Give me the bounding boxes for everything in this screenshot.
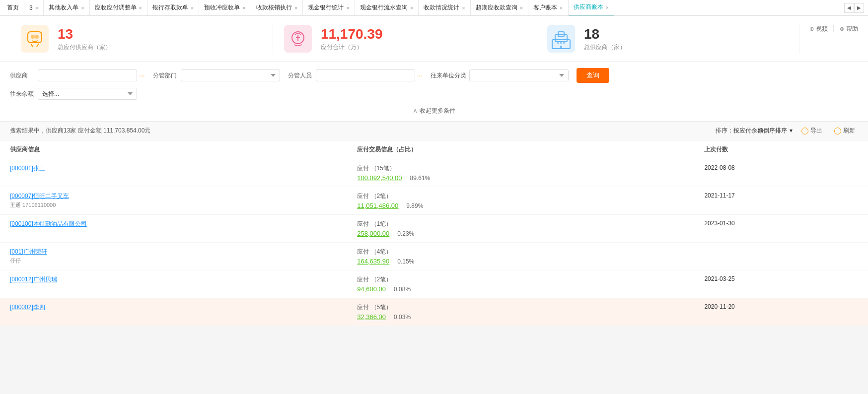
filter-row-1: 供应商 ··· 分管部门 分管人员 ··· 往来单位分类 查询 [10,68,858,83]
col-header-transaction: 应付交易信息（占比） [347,140,694,159]
balance-label: 往来余额 [10,90,35,98]
dept-label: 分管部门 [153,71,178,80]
video-link[interactable]: ⊙ 视频 [809,25,828,33]
nav-tab-3-close[interactable]: × [35,5,38,11]
nav-tab-receipt-stats[interactable]: 收款情况统计 × [419,0,470,16]
balance-select[interactable]: 选择... [38,88,137,100]
table-row: [000012]广州贝瑞应付 （2笔）94,600.000.08%2021-03… [0,270,868,298]
nav-tab-receipt-stats-close[interactable]: × [462,5,465,11]
table-row: [000100]本特勤油品有限公司应付 （1笔）258,000.000.23%2… [0,215,868,243]
query-button[interactable]: 查询 [577,68,609,83]
percent-label: 9.89% [406,202,423,209]
supplier-cell: [001]广州荣轩仔仔 [0,243,347,270]
filter-item-dept: 分管部门 [153,69,280,81]
top-right-links: ⊙ 视频 │ ⊙ 帮助 [809,24,858,54]
percent-label: 0.23% [397,230,414,237]
nav-tab-other-income-close[interactable]: × [81,5,84,11]
nav-tab-other-income-label: 其他收入单 [49,3,78,12]
nav-tab-supplier[interactable]: 供应商账本 × [569,0,614,16]
dept-select[interactable] [181,69,280,81]
export-button[interactable]: 导出 [798,126,825,136]
nav-tab-home[interactable]: 首页 [2,0,24,16]
supplier-link[interactable]: [000001]张三 [10,165,45,172]
summary-card-payable-total: 11,170.39 应付合计（万） [273,24,536,54]
nav-tab-bank-deposit-close[interactable]: × [191,5,194,11]
supplier-payable-icon [20,24,50,54]
supplier-dots-icon[interactable]: ··· [139,71,145,79]
lastpay-cell: 2020-11-20 [694,298,868,326]
amount-link[interactable]: 11,051,486.00 [357,202,398,209]
lastpay-cell: 2023-01-30 [694,215,868,243]
nav-tab-customer[interactable]: 客户账本 × [528,0,568,16]
nav-tab-supplier-close[interactable]: × [606,4,609,10]
nav-tab-overdue-label: 超期应收款查询 [476,3,517,12]
category-label: 往来单位分类 [431,71,466,80]
supplier-input[interactable] [38,69,137,81]
nav-tab-3[interactable]: 3 × [24,0,44,16]
table-header: 供应商信息 应付交易信息（占比） 上次付数 [0,140,868,159]
summary-text-payable-suppliers: 13 总应付供应商（家） [58,26,111,52]
collapse-bar[interactable]: ∧ 收起更多条件 [10,105,858,117]
amount-link[interactable]: 164,635.90 [357,258,389,265]
table-container: 供应商信息 应付交易信息（占比） 上次付数 [000001]张三应付 （15笔）… [0,140,868,326]
top-navigation: 首页 3 × 其他收入单 × 应收应付调整单 × 银行存取款单 × 预收冲应收单… [0,0,868,16]
percent-label: 89.61% [410,175,431,182]
total-suppliers-icon [546,24,576,54]
nav-arrow-left[interactable]: ◀ [844,3,854,13]
nav-tab-cash-stats-label: 现金银行统计 [308,3,344,12]
nav-tab-cash-stats[interactable]: 现金银行统计 × [303,0,355,16]
tx-label: 应付 （2笔） [357,276,392,283]
supplier-sub-info: 王通 17106110000 [10,201,337,209]
nav-tab-overdue[interactable]: 超期应收款查询 × [471,0,528,16]
category-select[interactable] [469,69,569,81]
tx-label: 应付 （15笔） [357,165,395,172]
amount-link[interactable]: 258,000.00 [357,230,389,237]
refresh-circle-icon [834,128,841,134]
svg-rect-12 [560,42,562,44]
svg-rect-11 [557,42,559,44]
amount-link[interactable]: 100,092,540.00 [357,174,402,182]
nav-tab-cashflow[interactable]: 现金银行流水查询 × [355,0,419,16]
nav-tab-customer-close[interactable]: × [560,5,563,11]
person-input[interactable] [316,69,415,81]
nav-tab-cashflow-close[interactable]: × [410,5,413,11]
nav-tab-adjustment-close[interactable]: × [139,5,142,11]
nav-tab-payment[interactable]: 收款核销执行 × [251,0,303,16]
nav-tab-prepay-close[interactable]: × [242,5,245,11]
refresh-button[interactable]: 刷新 [831,126,858,136]
supplier-link[interactable]: [000012]广州贝瑞 [10,276,57,283]
summary-number-total-suppliers: 18 [584,26,626,43]
supplier-link[interactable]: [000002]李四 [10,304,45,311]
nav-tab-adjustment[interactable]: 应收应付调整单 × [90,0,147,16]
lastpay-cell: 2022-08-08 [694,159,868,187]
table-row: [000007]恒旺二手叉车王通 17106110000应付 （2笔）11,05… [0,187,868,215]
supplier-link[interactable]: [001]广州荣轩 [10,248,47,255]
table-row: [000001]张三应付 （15笔）100,092,540.0089.61%20… [0,159,868,187]
amount-link[interactable]: 94,600.00 [357,285,386,293]
svg-rect-0 [21,25,49,53]
nav-arrow-right[interactable]: ▶ [854,3,864,13]
nav-tab-overdue-close[interactable]: × [520,5,523,11]
amount-link[interactable]: 32,366.00 [357,313,386,321]
svg-point-1 [31,35,35,39]
supplier-link[interactable]: [000100]本特勤油品有限公司 [10,220,87,227]
filter-item-supplier: 供应商 ··· [10,69,145,81]
tx-label: 应付 （5笔） [357,304,392,311]
sort-link[interactable]: 排序：按应付余额倒序排序 ▾ [716,127,793,135]
supplier-cell: [000002]李四 [0,298,347,326]
nav-tab-prepay[interactable]: 预收冲应收单 × [199,0,251,16]
nav-tab-other-income[interactable]: 其他收入单 × [44,0,89,16]
nav-tab-bank-deposit[interactable]: 银行存取款单 × [147,0,199,16]
collapse-label: ∧ 收起更多条件 [413,107,455,114]
col-header-lastpay: 上次付数 [694,140,868,159]
nav-tab-payment-close[interactable]: × [294,5,297,11]
nav-tab-cash-stats-close[interactable]: × [346,5,349,11]
person-dots-icon[interactable]: ··· [417,71,423,79]
sort-chevron-icon: ▾ [790,127,793,134]
col-header-supplier: 供应商信息 [0,140,347,159]
supplier-link[interactable]: [000007]恒旺二手叉车 [10,193,69,199]
summary-text-payable-total: 11,170.39 应付合计（万） [321,26,383,52]
nav-tab-prepay-label: 预收冲应收单 [204,3,240,12]
percent-label: 0.03% [394,314,411,321]
help-link[interactable]: ⊙ 帮助 [840,25,858,33]
